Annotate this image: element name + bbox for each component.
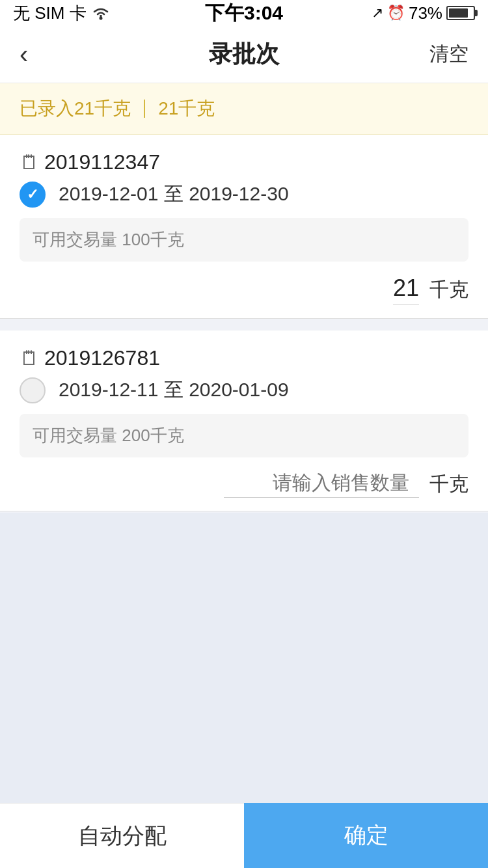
date-row-1[interactable]: 2019-12-01 至 2019-12-30 xyxy=(20,181,468,208)
qty-underline-2 xyxy=(224,470,419,498)
date-row-2[interactable]: 2019-12-11 至 2020-01-09 xyxy=(20,377,468,403)
recorded-value: 21千克 xyxy=(158,96,215,121)
empty-area xyxy=(0,513,488,803)
page-title: 录批次 xyxy=(209,38,279,70)
status-right: ↗ ⏰ 73% xyxy=(372,3,475,23)
id-row-1: 🗒 2019112347 xyxy=(20,150,468,174)
info-divider xyxy=(144,100,145,118)
radio-checked-1[interactable] xyxy=(20,182,46,208)
qty-row-1: 21 千克 xyxy=(0,262,488,319)
batch-id-2: 2019126781 xyxy=(44,346,160,370)
bottom-bar: 自动分配 确定 xyxy=(0,803,488,868)
doc-icon-1: 🗒 xyxy=(20,152,39,174)
radio-unchecked-2[interactable] xyxy=(20,377,46,403)
section-separator xyxy=(0,320,488,331)
date-range-1: 2019-12-01 至 2019-12-30 xyxy=(59,181,289,208)
qty-value-1: 21 xyxy=(393,275,419,301)
batch-item-2: 🗒 2019126781 2019-12-11 至 2020-01-09 可用交… xyxy=(0,331,488,511)
status-time: 下午3:04 xyxy=(205,0,283,27)
available-qty-2: 可用交易量 200千克 xyxy=(20,414,468,457)
confirm-button[interactable]: 确定 xyxy=(244,803,488,868)
clear-button[interactable]: 清空 xyxy=(429,41,468,68)
qty-unit-2: 千克 xyxy=(429,471,468,498)
available-qty-1: 可用交易量 100千克 xyxy=(20,218,468,262)
location-icon: ↗ xyxy=(372,5,383,21)
id-row-2: 🗒 2019126781 xyxy=(20,346,468,370)
qty-row-2: 千克 xyxy=(0,457,488,511)
back-button[interactable]: ‹ xyxy=(20,40,59,69)
status-bar: 无 SIM 卡 下午3:04 ↗ ⏰ 73% xyxy=(0,0,488,26)
doc-icon-2: 🗒 xyxy=(20,347,39,370)
wifi-icon xyxy=(92,6,110,20)
battery-pct: 73% xyxy=(409,3,442,23)
date-range-2: 2019-12-11 至 2020-01-09 xyxy=(59,377,289,403)
nav-bar: ‹ 录批次 清空 xyxy=(0,26,488,83)
qty-unit-1: 千克 xyxy=(429,277,468,303)
card-content-1: 🗒 2019112347 2019-12-01 至 2019-12-30 可用交… xyxy=(0,135,488,262)
info-banner: 已录入21千克 21千克 xyxy=(0,83,488,135)
qty-underline-1: 21 xyxy=(393,275,419,305)
batch-item-1: 🗒 2019112347 2019-12-01 至 2019-12-30 可用交… xyxy=(0,135,488,319)
svg-point-0 xyxy=(99,17,102,20)
carrier-label: 无 SIM 卡 xyxy=(13,2,87,25)
batch-id-1: 2019112347 xyxy=(44,150,160,174)
battery-icon xyxy=(446,6,475,20)
status-left: 无 SIM 卡 xyxy=(13,2,110,25)
main-content: 已录入21千克 21千克 🗒 2019112347 2019-12-01 至 2… xyxy=(0,83,488,803)
alarm-icon: ⏰ xyxy=(387,5,405,21)
qty-input-2[interactable] xyxy=(224,472,419,494)
recorded-label: 已录入21千克 xyxy=(20,96,131,121)
card-content-2: 🗒 2019126781 2019-12-11 至 2020-01-09 可用交… xyxy=(0,331,488,457)
auto-distribute-button[interactable]: 自动分配 xyxy=(0,803,244,868)
